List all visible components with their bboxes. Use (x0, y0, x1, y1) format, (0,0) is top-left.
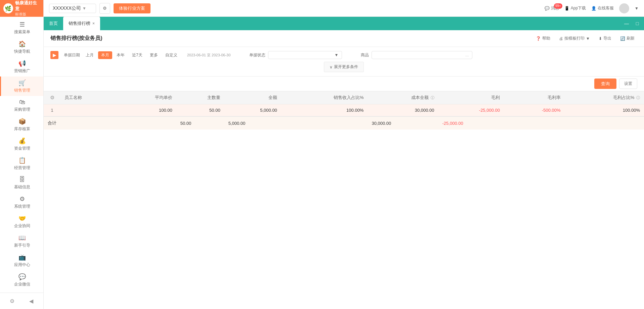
sidebar: 🌿 畅康通好生意 标准版 ☰ 搜索菜单 🏠 快捷导航 📢 营销推广 🛒 销售管理… (0, 0, 44, 309)
cell-gross: -25,000.00 (438, 104, 504, 117)
date-tab-cur-year[interactable]: 本年 (114, 51, 128, 59)
cell-gross-ratio: 100.00% (565, 104, 644, 117)
table-wrapper: ⚙ 员工名称 平均单价 主数量 全额 销售收入占比% 成本全额 ⓘ 毛利 毛利率 (44, 91, 644, 309)
gross-ratio-info-icon[interactable]: ⓘ (636, 96, 640, 100)
refresh-btn[interactable]: 🔄 刷新 (617, 34, 637, 43)
footer-label: 合计 (44, 116, 118, 130)
print-btn[interactable]: 🖨 按模板打印 ▼ (556, 34, 593, 43)
sidebar-item-label: 经营管理 (14, 165, 30, 171)
settings-icon: ⚙ (10, 298, 14, 304)
avatar[interactable] (619, 3, 629, 13)
date-tab-7days[interactable]: 近7天 (129, 51, 145, 59)
user-name[interactable]: ▼ (635, 6, 639, 11)
base-icon: 🗄 (19, 176, 25, 183)
footer-gross-ratio (565, 116, 644, 130)
sidebar-item-label: 系统管理 (14, 204, 30, 209)
filter-row: ▶ 单据日期 上月 本月 本年 近7天 更多 自定义 2023-06-01 至 … (50, 51, 637, 59)
sidebar-item-label: 基础信息 (14, 184, 30, 190)
company-selector[interactable]: XXXXXX公司 ▼ (49, 4, 96, 13)
finance-icon: 💰 (18, 137, 26, 145)
date-tab-custom[interactable]: 自定义 (162, 51, 180, 59)
date-tab-more[interactable]: 更多 (147, 51, 161, 59)
data-table: ⚙ 员工名称 平均单价 主数量 全额 销售收入占比% 成本全额 ⓘ 毛利 毛利率 (44, 91, 644, 130)
sidebar-item-nav[interactable]: 🏠 快捷导航 (0, 38, 43, 57)
sidebar-item-apps[interactable]: 📺 应用中心 (0, 251, 43, 270)
topbar: XXXXXX公司 ▼ ⚙ 体验行业方案 💬 消息 99+ 📱 App下载 👤 在… (44, 0, 644, 17)
cost-info-icon[interactable]: ⓘ (431, 96, 434, 100)
sidebar-settings-btn[interactable]: ⚙ (7, 296, 17, 306)
sidebar-item-guide[interactable]: 📖 新手引导 (0, 231, 43, 251)
sidebar-item-base[interactable]: 🗄 基础信息 (0, 173, 43, 193)
sidebar-item-system[interactable]: ⚙ 系统管理 (0, 193, 43, 212)
date-tabs: 上月 本月 本年 近7天 更多 自定义 (83, 51, 180, 59)
refresh-label: 刷新 (627, 36, 635, 41)
expand-conditions-btn[interactable]: ∨ 展开更多条件 (324, 62, 364, 72)
app-download-btn[interactable]: 📱 App下载 (564, 5, 586, 11)
table-row: 1 100.00 50.00 5,000.00 100.00% 30,000.0… (44, 104, 644, 117)
maximize-icon: □ (636, 21, 639, 26)
sidebar-item-marketing[interactable]: 📢 营销推广 (0, 57, 43, 76)
online-service-btn[interactable]: 👤 在线客服 (591, 5, 614, 11)
cooperation-icon: 🤝 (18, 215, 26, 222)
page-header: 销售排行榜(按业务员) ❓ 帮助 🖨 按模板打印 ▼ ⬇ 导出 🔄 刷新 (44, 30, 644, 47)
date-filter-label: 单据日期 (64, 52, 80, 58)
sales-icon: 🛒 (18, 79, 26, 87)
sidebar-item-label: 搜索菜单 (14, 29, 30, 35)
tab-minimize-btn[interactable]: — (622, 19, 631, 28)
sidebar-item-finance[interactable]: 💰 资金管理 (0, 135, 43, 154)
sidebar-item-cooperation[interactable]: 🤝 企业协同 (0, 212, 43, 231)
cell-sales-ratio: 100.00% (281, 104, 368, 117)
date-tab-cur-month[interactable]: 本月 (98, 51, 112, 59)
footer-total: 5,000.00 (224, 116, 281, 130)
system-icon: ⚙ (19, 195, 25, 203)
sidebar-item-purchase[interactable]: 🛍 采购管理 (0, 96, 43, 115)
status-filter-label: 单据状态 (249, 52, 265, 58)
tab-maximize-btn[interactable]: □ (633, 19, 641, 28)
goods-more-icon: ... (465, 53, 469, 57)
tab-active-label: 销售排行榜 (69, 20, 90, 27)
sidebar-item-wechat[interactable]: 💬 企业微信 (0, 270, 43, 290)
print-dropdown-icon: ▼ (586, 36, 590, 41)
tabbar-actions: — □ (622, 19, 644, 28)
message-badge: 99+ (554, 3, 562, 9)
sidebar-item-inventory[interactable]: 📦 库存核算 (0, 115, 43, 135)
status-select[interactable]: ▼ (268, 51, 342, 59)
table-gear-icon[interactable]: ⚙ (50, 95, 54, 100)
col-gear: ⚙ (44, 91, 60, 104)
industry-btn[interactable]: 体验行业方案 (114, 3, 151, 13)
goods-filter: 商品 ... (361, 51, 472, 59)
sidebar-item-label: 应用中心 (14, 262, 30, 268)
minimize-icon: — (624, 21, 629, 26)
tab-home[interactable]: 首页 (44, 17, 63, 30)
company-name: XXXXXX公司 (53, 5, 81, 11)
goods-select[interactable]: ... (372, 51, 472, 59)
sidebar-item-search[interactable]: ☰ 搜索菜单 (0, 18, 43, 38)
sidebar-item-label: 销售管理 (14, 88, 30, 93)
settings-btn[interactable]: 设置 (619, 79, 637, 89)
sidebar-item-operations[interactable]: 📋 经营管理 (0, 154, 43, 173)
col-gross-ratio: 毛利占比% ⓘ (565, 91, 644, 104)
print-label: 按模板打印 (564, 36, 585, 41)
online-service-label: 在线客服 (598, 5, 614, 11)
col-gross: 毛利 (438, 91, 504, 104)
status-filter: 单据状态 ▼ (249, 51, 342, 59)
query-btn[interactable]: 查询 (594, 79, 616, 89)
footer-gross-rate (504, 116, 565, 130)
sidebar-nav: ☰ 搜索菜单 🏠 快捷导航 📢 营销推广 🛒 销售管理 🛍 采购管理 📦 库存核… (0, 17, 43, 293)
help-btn[interactable]: ❓ 帮助 (533, 34, 553, 43)
purchase-icon: 🛍 (19, 99, 25, 106)
sidebar-item-sales[interactable]: 🛒 销售管理 (0, 76, 43, 96)
cell-rank: 1 (44, 104, 60, 117)
cell-gross-rate: -500.00% (504, 104, 565, 117)
tab-sales-rank[interactable]: 销售排行榜 × (63, 17, 100, 30)
date-tab-prev-month[interactable]: 上月 (83, 51, 97, 59)
export-btn[interactable]: ⬇ 导出 (596, 34, 614, 43)
cell-cost-total: 30,000.00 (368, 104, 438, 117)
topbar-settings-btn[interactable]: ⚙ (99, 3, 110, 14)
sidebar-collapse-btn[interactable]: ◀ (26, 296, 37, 306)
filter-toggle-btn[interactable]: ▶ (50, 51, 58, 59)
tab-close-icon[interactable]: × (92, 21, 95, 26)
status-dropdown-icon: ▼ (334, 53, 338, 57)
sidebar-item-member[interactable]: 🏷 畅会员 (0, 290, 43, 293)
message-btn[interactable]: 💬 消息 99+ (545, 5, 559, 11)
